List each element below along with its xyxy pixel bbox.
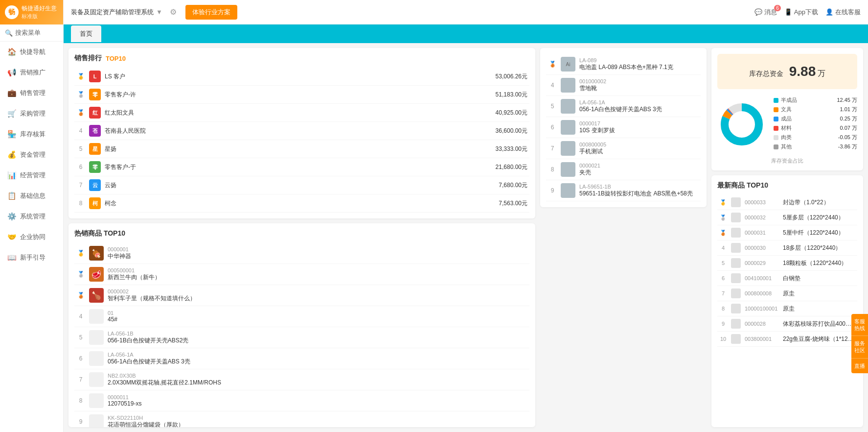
product-info: LA-089 电池盖 LA-089 ABS本色+黑种 7.1克 (579, 57, 699, 72)
rank-name: 云扬 (105, 181, 495, 190)
mid-row-4[interactable]: 6 0000017 10S 变刺罗拔 (546, 117, 701, 138)
community-button[interactable]: 服务社区 (851, 336, 868, 359)
rank-avatar: 云 (89, 179, 101, 191)
latest-rank: 7 (719, 290, 727, 296)
product-info: 000500001 新西兰牛肉（新牛） (108, 267, 527, 282)
rank-row-4[interactable]: 4 苍 苍南县人民医院 36,600.00元 (74, 122, 529, 140)
latest-row-8[interactable]: 8 10000100001 原圭 (717, 301, 857, 316)
product-row-8[interactable]: 8 0000011 12070519-xs (74, 390, 529, 411)
float-buttons: 客服热线 服务社区 直播 (851, 314, 868, 373)
product-thumb (561, 99, 575, 114)
rank-row-5[interactable]: 5 星 星扬 33,333.00元 (74, 140, 529, 158)
rank-num: 8 (548, 166, 557, 173)
product-row-2[interactable]: 🥈 🥩 000500001 新西兰牛肉（新牛） (74, 264, 529, 285)
latest-code: 004100001 (745, 275, 779, 281)
livestream-button[interactable]: 直播 (851, 359, 868, 373)
rank-num: 6 (548, 124, 557, 131)
sidebar-item-basic-info[interactable]: 📋 基础信息 (0, 186, 63, 206)
mid-row-6[interactable]: 8 0000021 夹壳 (546, 159, 701, 180)
latest-row-6[interactable]: 6 004100001 白钢垫 (717, 271, 857, 286)
sidebar-item-cooperation[interactable]: 🤝 企业协同 (0, 227, 63, 247)
rank-row-1[interactable]: 🥇 L LS 客户 53,006.26元 (74, 68, 529, 86)
rank-num: 🥈 (76, 271, 85, 278)
sidebar-item-guide[interactable]: 📖 新手引导 (0, 247, 63, 268)
latest-name: 原圭 (783, 305, 855, 313)
mid-row-1[interactable]: 🥉 Ai LA-089 电池盖 LA-089 ABS本色+黑种 7.1克 (546, 54, 701, 75)
sidebar-item-sales[interactable]: 💼 销售管理 (0, 83, 63, 103)
latest-row-4[interactable]: 4 0000030 18多层（1220*2440） (717, 240, 857, 256)
dropdown-icon[interactable]: ▼ (156, 8, 162, 16)
sidebar-item-inventory[interactable]: 🏪 库存核算 (0, 124, 63, 144)
latest-row-9[interactable]: 9 0000028 体彩荔枝味苏打饮品400毫升（1*15） (717, 316, 857, 332)
mid-row-7[interactable]: 9 LA-59651-1B 59651-1B旋转投影灯电池盒 ABS黑色+58壳 (546, 180, 701, 201)
rank-row-3[interactable]: 🥉 红 红太阳文具 40,925.00元 (74, 104, 529, 122)
rank-row-7[interactable]: 7 云 云扬 7,680.00元 (74, 176, 529, 194)
rank-row-6[interactable]: 6 零 零售客户-于 21,680.00元 (74, 158, 529, 176)
system-selector[interactable]: 装备及固定资产辅助管理系统 ▼ (71, 8, 162, 17)
product-row-5[interactable]: 5 LA-056-1B 056-1B白色按键开关壳ABS2壳 (74, 327, 529, 348)
rank-number: 8 (76, 200, 85, 207)
product-row-4[interactable]: 4 01 45# (74, 306, 529, 327)
rank-num: 🥉 (548, 61, 557, 68)
rank-row-8[interactable]: 8 柯 柯念 7,563.00元 (74, 194, 529, 213)
legend-dot (774, 107, 778, 112)
system-icon: ⚙️ (7, 212, 16, 221)
latest-row-1[interactable]: 🥇 0000033 封边带（1.0*22） (717, 195, 857, 210)
rank-name: 星扬 (105, 145, 492, 153)
app-download-button[interactable]: 📱 App下载 (784, 8, 818, 17)
sidebar-item-marketing[interactable]: 📢 营销推广 (0, 62, 63, 83)
mid-row-5[interactable]: 7 000800005 手机测试 (546, 138, 701, 159)
rank-row-2[interactable]: 🥈 零 零售客户-许 51,183.00元 (74, 86, 529, 104)
sidebar-item-purchase[interactable]: 🛒 采购管理 (0, 103, 63, 124)
product-row-1[interactable]: 🥇 🍖 0000001 中华神器 (74, 243, 529, 264)
customer-service-button[interactable]: 客服热线 (851, 314, 868, 336)
search-menu[interactable]: 🔍 搜索菜单 (0, 24, 63, 42)
operations-icon: 📊 (7, 171, 16, 180)
latest-thumb (731, 334, 741, 344)
sidebar-item-system[interactable]: ⚙️ 系统管理 (0, 206, 63, 227)
mid-row-2[interactable]: 4 001000002 雪地靴 (546, 75, 701, 96)
latest-row-3[interactable]: 🥉 0000031 5厘中纤（1220*2440） (717, 225, 857, 240)
latest-rank: 9 (719, 321, 727, 327)
product-info: NB2.0X30B 2.0X30MM双摇花轴,摇花直径2.1MM/ROHS (108, 373, 527, 387)
latest-row-5[interactable]: 5 0000029 18颗粒板（1220*2440） (717, 256, 857, 271)
rank-avatar: 红 (89, 107, 101, 119)
mid-row-3[interactable]: 5 LA-056-1A 056-1A白色按键开关盖ABS 3壳 (546, 96, 701, 117)
middle-stock-card: 🥉 Ai LA-089 电池盖 LA-089 ABS本色+黑种 7.1克 4 0… (540, 48, 707, 207)
rank-num: 🥉 (76, 292, 85, 299)
middle-stock-list: 🥉 Ai LA-089 电池盖 LA-089 ABS本色+黑种 7.1克 4 0… (546, 54, 701, 201)
latest-name: 原圭 (783, 289, 855, 298)
trial-button[interactable]: 体验行业方案 (185, 5, 237, 20)
sales-ranking-title: 销售排行 TOP10 (74, 54, 529, 63)
message-button[interactable]: 💬 消息 6 (754, 8, 777, 17)
latest-name: 18多层（1220*2440） (783, 244, 855, 252)
product-row-7[interactable]: 7 NB2.0X30B 2.0X30MM双摇花轴,摇花直径2.1MM/ROHS (74, 369, 529, 390)
service-icon: 👤 (825, 8, 833, 16)
latest-row-2[interactable]: 🥈 0000032 5厘多层（1220*2440） (717, 210, 857, 225)
latest-thumb (731, 243, 741, 253)
message-icon: 💬 (754, 8, 762, 16)
product-thumb (89, 393, 104, 408)
rank-name: 零售客户-许 (105, 91, 492, 99)
latest-row-7[interactable]: 7 000800008 原圭 (717, 286, 857, 301)
product-thumb: 🍗 (89, 288, 104, 303)
sidebar-item-operations[interactable]: 📊 经营管理 (0, 165, 63, 186)
latest-row-10[interactable]: 10 003800001 22g鱼豆腐-烧烤味（1*12*20） (717, 332, 857, 347)
tab-home[interactable]: 首页 (71, 25, 101, 42)
main-area: 装备及固定资产辅助管理系统 ▼ ⚙ 体验行业方案 💬 消息 6 📱 App下载 … (64, 0, 868, 432)
product-row-3[interactable]: 🥉 🍗 0000002 智利车子里（规格不知道填什么） (74, 285, 529, 306)
product-thumb (89, 309, 104, 324)
sidebar-nav: 🏠 快捷导航 📢 营销推广 💼 销售管理 🛒 采购管理 🏪 库存核算 💰 资金管… (0, 42, 63, 432)
rank-avatar: 苍 (89, 125, 101, 137)
legend-dot (774, 98, 778, 103)
latest-code: 0000032 (745, 215, 779, 220)
rank-avatar: 零 (89, 161, 101, 173)
rank-amount: 53,006.26元 (496, 72, 527, 81)
product-thumb (561, 162, 575, 177)
sidebar-item-finance[interactable]: 💰 资金管理 (0, 144, 63, 165)
sidebar-item-shortcuts[interactable]: 🏠 快捷导航 (0, 42, 63, 62)
online-service-button[interactable]: 👤 在线客服 (825, 8, 861, 17)
product-row-6[interactable]: 6 LA-056-1A 056-1A白色按键开关盖ABS 3壳 (74, 348, 529, 369)
settings-icon[interactable]: ⚙ (170, 7, 177, 17)
product-row-9[interactable]: 9 KK-SD22110H 花语萌恒温分馏罐袋（厚款） (74, 411, 529, 427)
